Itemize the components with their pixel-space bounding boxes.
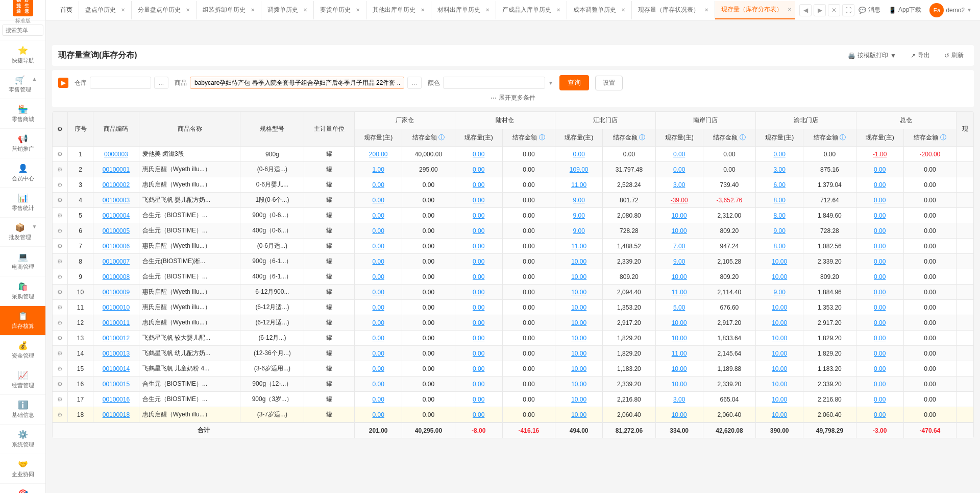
tab-cost-adjust[interactable]: 成本调整单历史 ✕: [567, 1, 632, 19]
tab-close-icon[interactable]: ✕: [303, 7, 307, 13]
row-gear[interactable]: ⚙: [53, 269, 68, 285]
tab-close-icon[interactable]: ✕: [121, 7, 125, 13]
row-code[interactable]: 00100002: [93, 177, 139, 193]
row-luji-stock[interactable]: 0.00: [455, 177, 502, 193]
row-luji-stock[interactable]: 0.00: [455, 361, 502, 377]
row-nanan-stock[interactable]: 3.00: [655, 177, 703, 193]
row-yuebei-stock[interactable]: 10.00: [756, 361, 803, 377]
row-nanan-stock[interactable]: -39.00: [655, 193, 703, 208]
row-luji-stock[interactable]: 0.00: [455, 392, 502, 407]
refresh-btn[interactable]: ↺ 刷新: [940, 49, 968, 62]
row-factory-stock[interactable]: 0.00: [355, 407, 402, 423]
row-gear[interactable]: ⚙: [53, 193, 68, 208]
row-gear[interactable]: ⚙: [53, 377, 68, 392]
tab-close-icon[interactable]: ✕: [356, 7, 360, 13]
row-total-stock[interactable]: 0.00: [856, 315, 903, 331]
sidebar-item-wholesale[interactable]: 📦 批发管理 ▼: [0, 218, 45, 247]
filter-toggle-btn[interactable]: ▶: [58, 78, 68, 88]
color-input[interactable]: [443, 77, 545, 89]
row-nanan-stock[interactable]: 0.00: [655, 162, 703, 177]
row-code[interactable]: 00100008: [93, 269, 139, 285]
sidebar-item-guide[interactable]: 🎯 新手引导: [0, 484, 45, 493]
tab-close-icon[interactable]: ✕: [704, 7, 708, 13]
row-jiangbei-stock[interactable]: 0.00: [555, 147, 603, 162]
row-nanan-stock[interactable]: 10.00: [655, 223, 703, 239]
tab-requisition[interactable]: 要货单历史 ✕: [314, 1, 366, 19]
row-factory-stock[interactable]: 0.00: [355, 392, 402, 407]
row-jiangbei-stock[interactable]: 10.00: [555, 315, 603, 331]
row-luji-stock[interactable]: 0.00: [455, 407, 502, 423]
row-jiangbei-stock[interactable]: 10.00: [555, 331, 603, 346]
gear-header[interactable]: ⚙: [53, 112, 68, 147]
tab-close-all-btn[interactable]: ✕: [828, 4, 840, 16]
row-code[interactable]: 00100003: [93, 193, 139, 208]
row-code[interactable]: 00100012: [93, 331, 139, 346]
sidebar-item-system[interactable]: ⚙️ 系统管理: [0, 425, 45, 454]
row-jiangbei-stock[interactable]: 109.00: [555, 162, 603, 177]
row-code[interactable]: 00100001: [93, 162, 139, 177]
row-yuebei-stock[interactable]: 8.00: [756, 193, 803, 208]
row-gear[interactable]: ⚙: [53, 162, 68, 177]
row-code[interactable]: 00100007: [93, 254, 139, 269]
row-nanan-stock[interactable]: 10.00: [655, 331, 703, 346]
row-luji-stock[interactable]: 0.00: [455, 208, 502, 223]
row-nanan-stock[interactable]: 3.00: [655, 392, 703, 407]
row-yuebei-stock[interactable]: 10.00: [756, 392, 803, 407]
sidebar-item-enterprise[interactable]: 🤝 企业协同: [0, 454, 45, 484]
row-factory-stock[interactable]: 0.00: [355, 177, 402, 193]
tab-inventory-count[interactable]: 盘点单历史 ✕: [79, 1, 132, 19]
row-luji-stock[interactable]: 0.00: [455, 269, 502, 285]
user-avatar-area[interactable]: Ea demo2 ▼: [929, 3, 972, 17]
row-yuebei-stock[interactable]: 9.00: [756, 285, 803, 300]
tab-transfer[interactable]: 调拨单历史 ✕: [261, 1, 314, 19]
sidebar-item-ecommerce[interactable]: 💻 电商管理: [0, 247, 45, 276]
sidebar-item-quick[interactable]: ⭐ 快捷导航: [0, 40, 45, 70]
table-wrapper[interactable]: ⚙ 序号 商品编码 商品名称 规格型号 主计量单位 厂家仓 陆村仓 江北门店 南…: [52, 111, 974, 438]
row-factory-stock[interactable]: 0.00: [355, 285, 402, 300]
row-nanan-stock[interactable]: 9.00: [655, 254, 703, 269]
row-gear[interactable]: ⚙: [53, 331, 68, 346]
sidebar-item-operations[interactable]: 📈 经营管理: [0, 365, 45, 395]
sidebar-item-finance[interactable]: 💰 资金管理: [0, 336, 45, 365]
row-factory-stock[interactable]: 0.00: [355, 315, 402, 331]
search-input[interactable]: [2, 25, 43, 36]
row-nanan-stock[interactable]: 10.00: [655, 407, 703, 423]
tab-close-icon[interactable]: ✕: [485, 7, 489, 13]
row-factory-stock[interactable]: 0.00: [355, 300, 402, 315]
sidebar-item-retail-shop[interactable]: 🏪 零售商城: [0, 99, 45, 129]
row-luji-stock[interactable]: 0.00: [455, 162, 502, 177]
row-total-stock[interactable]: 0.00: [856, 239, 903, 254]
row-yuebei-stock[interactable]: 10.00: [756, 315, 803, 331]
sidebar-item-purchase[interactable]: 🛍️ 采购管理: [0, 276, 45, 306]
row-total-stock[interactable]: 0.00: [856, 407, 903, 423]
tab-close-icon[interactable]: ✕: [186, 7, 190, 13]
row-yuebei-stock[interactable]: 8.00: [756, 239, 803, 254]
row-code[interactable]: 00100005: [93, 223, 139, 239]
row-total-stock[interactable]: 0.00: [856, 377, 903, 392]
row-yuebei-stock[interactable]: 8.00: [756, 208, 803, 223]
row-luji-stock[interactable]: 0.00: [455, 300, 502, 315]
tab-other-out[interactable]: 其他出库单历史 ✕: [366, 1, 431, 19]
row-total-stock[interactable]: 0.00: [856, 162, 903, 177]
row-nanan-stock[interactable]: 10.00: [655, 208, 703, 223]
row-total-stock[interactable]: 0.00: [856, 361, 903, 377]
tab-close-icon[interactable]: ✕: [556, 7, 560, 13]
tab-assembly[interactable]: 组装拆卸单历史 ✕: [197, 1, 261, 19]
tab-current-dist[interactable]: 现存量（库存分布表） ✕: [715, 1, 795, 19]
query-btn[interactable]: 查询: [559, 75, 589, 90]
row-code[interactable]: 00100016: [93, 392, 139, 407]
tab-product-in[interactable]: 产成品入库单历史 ✕: [496, 1, 567, 19]
row-total-stock[interactable]: 0.00: [856, 193, 903, 208]
row-luji-stock[interactable]: 0.00: [455, 315, 502, 331]
row-factory-stock[interactable]: 0.00: [355, 361, 402, 377]
tab-close-icon[interactable]: ✕: [251, 7, 255, 13]
row-total-stock[interactable]: -1.00: [856, 147, 903, 162]
row-gear[interactable]: ⚙: [53, 208, 68, 223]
row-gear[interactable]: ⚙: [53, 239, 68, 254]
row-nanan-stock[interactable]: 11.00: [655, 346, 703, 361]
row-factory-stock[interactable]: 0.00: [355, 346, 402, 361]
tab-current-status[interactable]: 现存量（库存状况表） ✕: [632, 1, 715, 19]
row-yuebei-stock[interactable]: 10.00: [756, 269, 803, 285]
row-total-stock[interactable]: 0.00: [856, 254, 903, 269]
tab-close-icon[interactable]: ✕: [621, 7, 625, 13]
